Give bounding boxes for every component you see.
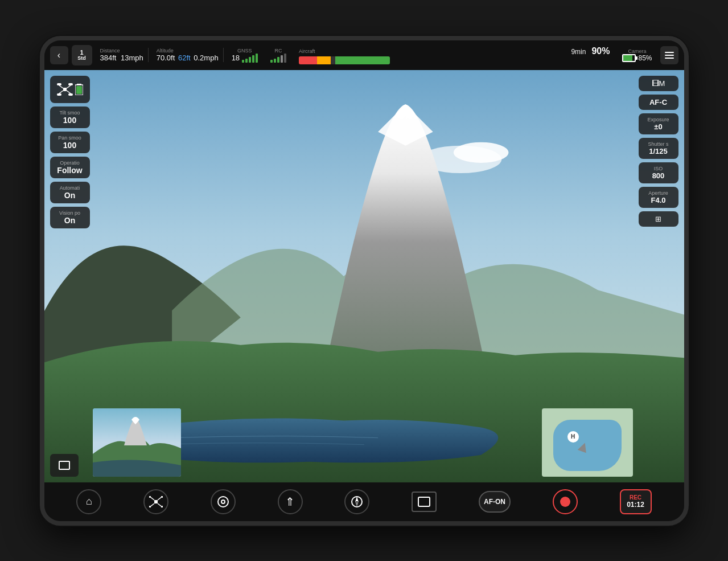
shutter-button[interactable]: Shutter s 1/125	[639, 138, 678, 159]
pan-smooth-label: Pan smoo	[58, 135, 81, 141]
svg-line-8	[59, 85, 63, 88]
menu-icon	[665, 55, 674, 56]
camera-battery-icon	[622, 54, 636, 62]
svg-line-10	[59, 91, 63, 93]
shutter-label: Shutter s	[648, 141, 668, 147]
iso-value: 800	[652, 171, 665, 180]
battery-icon-small	[75, 84, 83, 95]
operation-label: Operatio	[60, 160, 80, 166]
tilt-smooth-button[interactable]: Tilt smoo 100	[50, 107, 90, 128]
iso-label: ISO	[654, 166, 663, 171]
compass-button[interactable]	[344, 489, 369, 514]
distance-group: Distance 384ft 13mph	[96, 48, 149, 62]
svg-line-11	[67, 91, 71, 93]
shutter-value: 1/125	[649, 147, 668, 155]
svg-marker-29	[355, 502, 359, 507]
automation-value: On	[64, 191, 75, 200]
drone-bottom-icon	[149, 496, 163, 507]
top-status-bar: ‹ 1 Std Distance 384ft 13mph Altitude 70…	[44, 40, 684, 70]
svg-rect-14	[76, 86, 82, 94]
camera-group: Camera 85%	[618, 48, 656, 62]
record-dot-icon	[560, 497, 570, 507]
tablet-shell: ‹ 1 Std Distance 384ft 13mph Altitude 70…	[40, 36, 689, 526]
rec-label: REC	[630, 495, 641, 501]
gimbal-button[interactable]	[211, 489, 236, 514]
svg-rect-5	[68, 83, 73, 85]
svg-point-26	[221, 500, 225, 503]
bottom-toolbar: ⌂ ⇑	[44, 482, 684, 521]
camera-battery: 85%	[622, 54, 652, 62]
mini-map[interactable]: H	[542, 408, 633, 477]
gnss-label: GNSS	[237, 48, 252, 54]
tilt-smooth-label: Tilt smoo	[59, 110, 80, 116]
aircraft-label: Aircraft	[299, 48, 315, 54]
aperture-value: F4.0	[651, 196, 665, 204]
grid-overlay-button[interactable]	[50, 454, 79, 477]
thumbnail-scene	[93, 408, 181, 477]
main-view: Tilt smoo 100 Pan smoo 100 Operatio Foll…	[44, 70, 684, 482]
operation-button[interactable]: Operatio Follow	[50, 157, 90, 178]
aperture-label: Aperture	[648, 190, 668, 196]
svg-rect-6	[57, 93, 61, 96]
menu-icon	[665, 58, 674, 59]
drone-icon	[57, 83, 73, 96]
af-on-button[interactable]: AF-ON	[479, 491, 511, 513]
iso-button[interactable]: ISO 800	[639, 162, 678, 183]
tilt-smooth-value: 100	[63, 116, 76, 125]
gnss-group: GNSS 18	[227, 48, 262, 63]
svg-marker-28	[355, 497, 359, 502]
operation-value: Follow	[57, 166, 82, 175]
left-panel: Tilt smoo 100 Pan smoo 100 Operatio Foll…	[50, 76, 90, 228]
automation-label: Automati	[60, 185, 80, 191]
rc-label: RC	[275, 48, 282, 54]
vision-po-label: Vision po	[59, 210, 80, 216]
distance-value: 384ft 13mph	[100, 54, 143, 62]
map-expand-button[interactable]: ⊞	[639, 211, 678, 227]
exposure-value: ±0	[654, 122, 662, 131]
back-button[interactable]: ‹	[50, 46, 68, 64]
rec-time: 01:12	[627, 501, 644, 509]
compass-icon	[351, 496, 363, 508]
af-mode-button[interactable]: AF-C	[639, 95, 678, 110]
svg-point-2	[453, 142, 508, 162]
svg-rect-7	[68, 93, 73, 96]
drone-view-button[interactable]	[143, 489, 168, 514]
home-icon: ⌂	[86, 496, 92, 507]
pan-smooth-value: 100	[63, 141, 76, 150]
film-mode-button[interactable]: 🎞M	[639, 76, 678, 91]
home-button[interactable]: ⌂	[76, 489, 101, 514]
waypoint-button[interactable]: ⇑	[278, 489, 303, 514]
svg-rect-16	[154, 500, 158, 503]
vision-po-button[interactable]: Vision po On	[50, 207, 90, 228]
rec-timer-display: REC 01:12	[620, 489, 652, 514]
vision-po-value: On	[64, 216, 75, 225]
pan-smooth-button[interactable]: Pan smoo 100	[50, 132, 90, 153]
aircraft-group: Aircraft 9min 90%	[294, 46, 614, 64]
rc-group: RC	[266, 48, 291, 63]
menu-button[interactable]	[660, 46, 678, 64]
aircraft-battery-bar	[299, 56, 390, 64]
waypoint-icon: ⇑	[285, 495, 295, 509]
svg-point-25	[218, 497, 228, 507]
automation-button[interactable]: Automati On	[50, 182, 90, 203]
camera-thumbnail[interactable]	[93, 408, 181, 477]
altitude-label: Altitude	[157, 48, 219, 54]
distance-label: Distance	[100, 48, 143, 54]
rc-signal-bars	[270, 54, 286, 63]
svg-line-9	[67, 85, 71, 88]
gimbal-icon	[217, 496, 229, 508]
altitude-group: Altitude 70.0ft 62ft 0.2mph	[152, 48, 224, 62]
drone-status-button[interactable]	[50, 76, 90, 103]
mode-badge: 1 Std	[72, 45, 92, 65]
expand-button[interactable]	[412, 492, 437, 512]
svg-rect-30	[418, 497, 430, 506]
exposure-button[interactable]: Exposure ±0	[639, 113, 678, 134]
svg-rect-4	[57, 83, 61, 85]
camera-label: Camera	[628, 48, 646, 54]
menu-icon	[665, 52, 674, 53]
record-button[interactable]	[553, 489, 578, 514]
exposure-label: Exposure	[647, 117, 669, 122]
expand-icon	[418, 497, 430, 507]
aperture-button[interactable]: Aperture F4.0	[639, 187, 678, 208]
altitude-value: 70.0ft 62ft 0.2mph	[157, 54, 219, 62]
